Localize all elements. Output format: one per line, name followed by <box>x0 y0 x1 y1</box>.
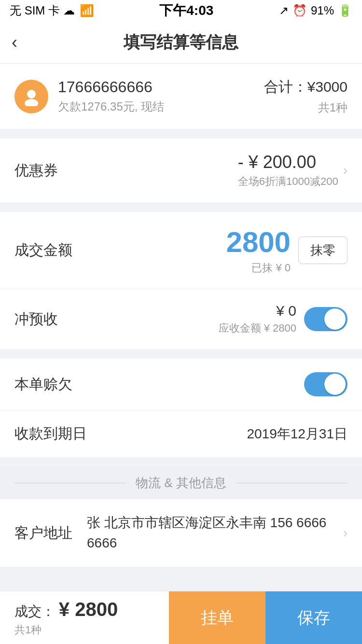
bottom-summary: 成交： ¥ 2800 共1种 <box>0 599 169 637</box>
due-date-value: 2019年12月31日 <box>247 425 348 443</box>
address-row[interactable]: 客户地址 张 北京市市辖区海淀区永丰南 156 6666 6666 › <box>0 499 362 567</box>
coupon-desc: 全场6折满1000减200 <box>238 174 338 189</box>
deal-amount-value: 2800 <box>226 225 291 259</box>
divider-text: 物流 & 其他信息 <box>136 475 226 491</box>
debt-label: 本单赊欠 <box>14 375 72 394</box>
address-content: 张 北京市市辖区海淀区永丰南 156 6666 6666 <box>87 513 343 553</box>
prepay-right: ¥ 0 应收金额 ¥ 2800 <box>219 303 348 336</box>
divider-line-right <box>236 483 348 483</box>
battery-text: 91% <box>311 4 334 17</box>
deal-label: 成交金额 <box>14 240 72 260</box>
back-button[interactable]: ‹ <box>12 32 17 53</box>
debt-section: 本单赊欠 收款到期日 2019年12月31日 <box>0 359 362 457</box>
coupon-amount: - ¥ 200.00 <box>238 152 338 172</box>
coupon-label: 优惠券 <box>14 161 58 181</box>
status-right: ↗ ⏰ 91% 🔋 <box>279 4 352 17</box>
prepay-toggle[interactable] <box>304 307 348 331</box>
status-bar: 无 SIM 卡 ☁ 📶 下午4:03 ↗ ⏰ 91% 🔋 <box>0 0 362 21</box>
content-area: 17666666666 欠款1276.35元, 现结 合计：¥3000 共1种 … <box>0 64 362 644</box>
prepay-amount: ¥ 0 <box>219 303 296 319</box>
nav-bar: ‹ 填写结算等信息 <box>0 21 362 64</box>
prepay-row: 冲预收 ¥ 0 应收金额 ¥ 2800 <box>0 289 362 349</box>
bottom-bar: 成交： ¥ 2800 共1种 挂单 保存 <box>0 591 362 644</box>
debt-right <box>304 372 348 396</box>
debt-toggle[interactable] <box>304 372 348 396</box>
customer-debt: 欠款1276.35元, 现结 <box>58 99 164 114</box>
location-icon: ↗ <box>279 4 289 17</box>
wifi-icon: 📶 <box>80 4 94 17</box>
prepay-amounts: ¥ 0 应收金额 ¥ 2800 <box>219 303 296 336</box>
prepay-label: 冲预收 <box>14 309 58 329</box>
customer-card: 17666666666 欠款1276.35元, 现结 合计：¥3000 共1种 <box>0 64 362 129</box>
status-time: 下午4:03 <box>159 1 213 20</box>
address-label: 客户地址 <box>14 523 72 543</box>
customer-info: 17666666666 欠款1276.35元, 现结 <box>58 78 164 114</box>
eraze-button[interactable]: 抹零 <box>298 237 348 264</box>
yi-mo-text: 已抹 ¥ 0 <box>226 261 291 275</box>
customer-right: 合计：¥3000 共1种 <box>264 77 348 115</box>
logistics-divider: 物流 & 其他信息 <box>0 467 362 499</box>
bottom-deal-row: 成交： ¥ 2800 <box>14 599 154 621</box>
battery-icon: 🔋 <box>338 4 352 17</box>
product-count: 共1种 <box>264 100 348 115</box>
debt-toggle-knob <box>324 374 346 395</box>
svg-point-0 <box>27 90 36 98</box>
bottom-count: 共1种 <box>14 623 154 637</box>
hang-button[interactable]: 挂单 <box>169 591 265 644</box>
bottom-deal-amount: ¥ 2800 <box>59 599 118 620</box>
coupon-row[interactable]: 优惠券 - ¥ 200.00 全场6折满1000减200 › <box>0 139 362 202</box>
avatar <box>14 80 48 113</box>
no-sim-text: 无 SIM 卡 ☁ <box>10 3 75 18</box>
deal-right: 2800 已抹 ¥ 0 抹零 <box>226 225 348 275</box>
debt-row: 本单赊欠 <box>0 359 362 410</box>
page-title: 填写结算等信息 <box>124 31 238 54</box>
address-chevron-icon: › <box>343 525 348 541</box>
total-amount: 合计：¥3000 <box>264 77 348 97</box>
deal-section: 成交金额 2800 已抹 ¥ 0 抹零 冲预收 ¥ 0 应收金额 ¥ 2800 <box>0 212 362 349</box>
svg-point-1 <box>25 99 38 106</box>
due-date-label: 收款到期日 <box>14 424 87 444</box>
customer-left: 17666666666 欠款1276.35元, 现结 <box>14 78 164 114</box>
save-button[interactable]: 保存 <box>265 591 362 644</box>
customer-phone: 17666666666 <box>58 78 164 96</box>
ying-shou-text: 应收金额 ¥ 2800 <box>219 321 296 336</box>
deal-amount-row: 成交金额 2800 已抹 ¥ 0 抹零 <box>0 212 362 289</box>
toggle-knob <box>324 308 346 330</box>
status-left: 无 SIM 卡 ☁ 📶 <box>10 3 94 18</box>
due-date-row: 收款到期日 2019年12月31日 <box>0 410 362 457</box>
alarm-icon: ⏰ <box>292 4 307 17</box>
coupon-chevron-icon: › <box>343 163 348 178</box>
divider-line-left <box>14 483 126 483</box>
coupon-right: - ¥ 200.00 全场6折满1000减200 › <box>238 152 348 189</box>
due-date-right: 2019年12月31日 <box>247 425 348 443</box>
bottom-deal-label: 成交： <box>14 604 55 619</box>
